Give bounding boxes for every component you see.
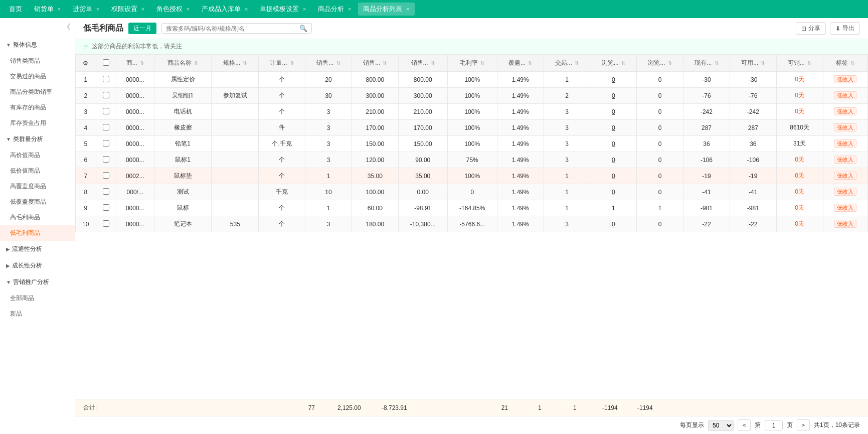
row-select-checkbox[interactable] (103, 108, 109, 114)
row-view1[interactable]: 0 (590, 88, 637, 104)
row-view1[interactable]: 0 (590, 104, 637, 120)
row-select-checkbox[interactable] (103, 76, 109, 82)
row-select-checkbox[interactable] (103, 172, 109, 179)
nav-home[interactable]: 首页 (4, 3, 27, 16)
sidebar-item-capital[interactable]: 库存资金占用 (0, 115, 75, 131)
col-name[interactable]: 商品名称 ⇅ (154, 55, 212, 72)
row-select-checkbox[interactable] (103, 204, 109, 211)
view1-link[interactable]: 0 (612, 157, 615, 164)
share-button[interactable]: ⊡ 分享 (796, 22, 826, 35)
nav-template-settings[interactable]: 单据模板设置 × (255, 3, 311, 16)
col-sales-price[interactable]: 销售... ⇅ (352, 55, 398, 72)
sidebar-section-growth[interactable]: ▶ 成长性分析 (0, 257, 75, 274)
row-view1[interactable]: 0 (590, 152, 637, 168)
view1-link[interactable]: 0 (612, 140, 615, 148)
nav-purchase-order[interactable]: 进货单 × (68, 3, 104, 16)
row-view1[interactable]: 0 (590, 72, 637, 88)
row-checkbox[interactable] (96, 104, 116, 120)
row-view1[interactable]: 0 (590, 216, 637, 232)
view1-link[interactable]: 0 (612, 221, 615, 228)
row-select-checkbox[interactable] (103, 188, 109, 195)
sidebar-item-low-coverage[interactable]: 低覆盖度商品 (0, 194, 75, 210)
col-available[interactable]: 可用... ⇅ (730, 55, 776, 72)
col-code[interactable]: 商... ⇅ (116, 55, 154, 72)
sidebar-item-low-value[interactable]: 低价值商品 (0, 163, 75, 179)
col-sales-qty[interactable]: 销售... ⇅ (305, 55, 352, 72)
col-settings[interactable]: ⚙ (76, 55, 96, 72)
col-transaction[interactable]: 交易... ⇅ (544, 55, 590, 72)
row-view1[interactable]: 0 (590, 168, 637, 184)
select-all-checkbox[interactable] (103, 59, 109, 66)
col-view2[interactable]: 浏览... ⇅ (637, 55, 683, 72)
close-sales-order[interactable]: × (58, 6, 61, 12)
nav-permissions[interactable]: 权限设置 × (106, 3, 149, 16)
per-page-select[interactable]: 50 20 100 (708, 420, 734, 431)
nav-role-auth[interactable]: 角色授权 × (151, 3, 195, 16)
sidebar-item-low-gross[interactable]: 低毛利商品 (0, 225, 75, 241)
close-permissions[interactable]: × (141, 6, 144, 12)
view1-link[interactable]: 0 (612, 76, 615, 83)
prev-page-button[interactable]: ＜ (738, 419, 751, 431)
sidebar-section-flow[interactable]: ▶ 流通性分析 (0, 241, 75, 257)
filter-period-button[interactable]: 近一月 (128, 23, 156, 34)
nav-product-analysis[interactable]: 商品分析 × (313, 3, 356, 16)
sidebar-item-traded-products[interactable]: 交易过的商品 (0, 69, 75, 84)
close-template-settings[interactable]: × (303, 6, 306, 12)
close-role-auth[interactable]: × (187, 6, 190, 12)
col-sales-amount[interactable]: 销售... ⇅ (398, 55, 447, 72)
row-checkbox[interactable] (96, 216, 116, 232)
col-current-stock[interactable]: 现有... ⇅ (683, 55, 730, 72)
row-view1[interactable]: 0 (590, 136, 637, 152)
col-coverage[interactable]: 覆盖... ⇅ (497, 55, 544, 72)
export-button[interactable]: ⬇ 导出 (830, 22, 860, 35)
search-input[interactable] (166, 25, 299, 32)
col-gross-rate[interactable]: 毛利率 ⇅ (447, 55, 497, 72)
sidebar-section-overall[interactable]: ▼ 整体信息 (0, 37, 75, 53)
row-view1[interactable]: 0 (590, 184, 637, 200)
col-spec[interactable]: 规格... ⇅ (212, 55, 259, 72)
col-unit[interactable]: 计量... ⇅ (259, 55, 305, 72)
sidebar-section-cluster[interactable]: ▼ 类群量分析 (0, 131, 75, 148)
sidebar-item-high-coverage[interactable]: 高覆盖度商品 (0, 179, 75, 194)
row-select-checkbox[interactable] (103, 124, 109, 130)
nav-sales-order[interactable]: 销货单 × (29, 3, 66, 16)
row-select-checkbox[interactable] (103, 156, 109, 163)
sidebar-item-high-value[interactable]: 高价值商品 (0, 148, 75, 163)
page-input[interactable] (765, 420, 783, 430)
col-view1[interactable]: 浏览... ⇅ (590, 55, 637, 72)
row-checkbox[interactable] (96, 136, 116, 152)
close-product-analysis[interactable]: × (348, 6, 351, 12)
row-view1[interactable]: 1 (590, 200, 637, 216)
sidebar-collapse-button[interactable]: 《 (61, 20, 73, 35)
view1-link[interactable]: 0 (612, 108, 615, 115)
sidebar-item-all-products[interactable]: 全部商品 (0, 291, 75, 306)
col-sellable[interactable]: 可销... ⇅ (776, 55, 823, 72)
close-purchase-order[interactable]: × (96, 6, 99, 12)
col-tag[interactable]: 标签 ⇅ (823, 55, 867, 72)
row-select-checkbox[interactable] (103, 92, 109, 98)
row-select-checkbox[interactable] (103, 140, 109, 147)
view1-link[interactable]: 1 (612, 205, 615, 212)
sidebar-item-new-products[interactable]: 新品 (0, 306, 75, 322)
row-checkbox[interactable] (96, 200, 116, 216)
row-checkbox[interactable] (96, 152, 116, 168)
next-page-button[interactable]: ＞ (797, 419, 810, 431)
close-analysis-list[interactable]: × (406, 6, 409, 12)
nav-analysis-list[interactable]: 商品分析列表 × (358, 3, 414, 16)
sidebar-item-sales-products[interactable]: 销售类商品 (0, 53, 75, 69)
row-checkbox[interactable] (96, 184, 116, 200)
row-checkbox[interactable] (96, 168, 116, 184)
row-view1[interactable]: 0 (590, 120, 637, 136)
row-checkbox[interactable] (96, 88, 116, 104)
sidebar-item-high-gross[interactable]: 高毛利商品 (0, 210, 75, 225)
nav-product-entry[interactable]: 产成品入库单 × (197, 3, 253, 16)
view1-link[interactable]: 0 (612, 124, 615, 131)
row-checkbox[interactable] (96, 120, 116, 136)
row-checkbox[interactable] (96, 72, 116, 88)
sidebar-section-marketing[interactable]: ▼ 营销推广分析 (0, 274, 75, 291)
sidebar-item-category-rate[interactable]: 商品分类助销率 (0, 84, 75, 100)
view1-link[interactable]: 0 (612, 173, 615, 180)
row-select-checkbox[interactable] (103, 220, 109, 227)
sidebar-item-in-stock[interactable]: 有库存的商品 (0, 100, 75, 115)
close-product-entry[interactable]: × (245, 6, 248, 12)
